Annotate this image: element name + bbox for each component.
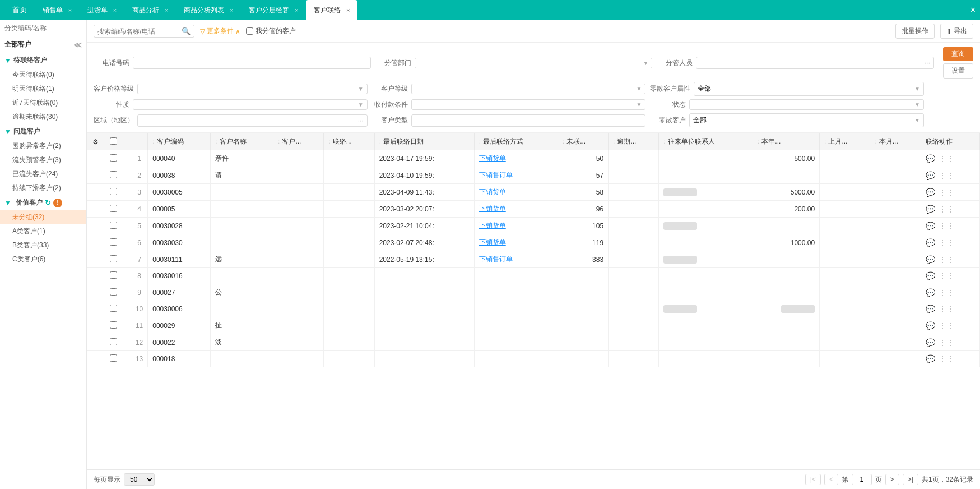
filter-status-select[interactable]: ▼	[689, 99, 924, 110]
th-settings[interactable]: ⚙	[87, 133, 105, 150]
more-icon[interactable]: ⋮⋮	[939, 222, 954, 230]
sidebar-item-abnormal[interactable]: 囤购异常客户(2)	[0, 139, 86, 153]
filter-nature-select[interactable]: ▼	[133, 99, 368, 110]
td-last-method[interactable]: 下销货单	[474, 218, 558, 234]
more-icon[interactable]: ⋮⋮	[939, 288, 954, 297]
collapse-icon[interactable]: ≪	[73, 40, 82, 49]
contact-icon[interactable]: 💬	[926, 288, 935, 297]
next-page-button[interactable]: >	[885, 474, 899, 485]
td-last-method[interactable]: 下销货单	[474, 150, 558, 167]
close-product-analysis-list-icon[interactable]: ×	[230, 7, 233, 13]
my-customers-checkbox[interactable]	[246, 27, 253, 35]
contact-icon[interactable]: 💬	[926, 255, 935, 264]
filter-retail-attr-select[interactable]: 全部 ▼	[694, 82, 924, 96]
all-customers-header[interactable]: 全部客户 ≪	[0, 36, 86, 53]
more-icon[interactable]: ⋮⋮	[939, 154, 954, 163]
sidebar-search-input[interactable]	[4, 24, 87, 32]
tab-purchase[interactable]: 进货单 ×	[80, 0, 124, 20]
more-icon[interactable]: ⋮⋮	[939, 354, 954, 363]
contact-icon[interactable]: 💬	[926, 205, 935, 214]
more-icon[interactable]: ⋮⋮	[939, 255, 954, 264]
sidebar-item-c-class[interactable]: C类客户(6)	[0, 252, 86, 266]
batch-ops-button[interactable]: 批量操作	[895, 24, 935, 39]
more-icon[interactable]: ⋮⋮	[939, 238, 954, 247]
sidebar-item-flow-warning[interactable]: 流失预警客户(3)	[0, 153, 86, 167]
sidebar-item-ungroup[interactable]: 未分组(32)	[0, 210, 86, 224]
td-last-method[interactable]: 下销货单	[474, 184, 558, 201]
more-icon[interactable]: ⋮⋮	[939, 271, 954, 280]
td-last-method[interactable]: 下销货单	[474, 234, 558, 251]
row-checkbox[interactable]	[110, 338, 117, 345]
contact-icon[interactable]: 💬	[926, 354, 935, 363]
th-overdue[interactable]: :逾期...	[609, 133, 659, 150]
td-last-method[interactable]: 下销售订单	[474, 167, 558, 184]
row-checkbox[interactable]	[110, 205, 117, 212]
first-page-button[interactable]: |<	[805, 474, 821, 485]
filter-payment-select[interactable]: ▼	[411, 99, 646, 110]
more-icon[interactable]: ⋮⋮	[939, 321, 954, 330]
sidebar-item-a-class[interactable]: A类客户(1)	[0, 224, 86, 238]
close-customer-contact-icon[interactable]: ×	[346, 7, 350, 13]
th-this-year[interactable]: :本年...	[753, 133, 819, 150]
select-all-checkbox[interactable]	[110, 137, 117, 145]
filter-price-select[interactable]: ▼	[137, 84, 368, 94]
filter-manager-select[interactable]: ···	[696, 57, 934, 69]
filter-cust-type-input[interactable]	[411, 114, 646, 127]
close-product-analysis-icon[interactable]: ×	[165, 7, 168, 13]
contact-icon[interactable]: 💬	[926, 305, 935, 313]
more-icon[interactable]: ⋮⋮	[939, 338, 954, 347]
export-button[interactable]: ⬆ 导出	[940, 24, 973, 39]
search-icon[interactable]: 🔍	[182, 27, 191, 35]
row-checkbox[interactable]	[110, 188, 117, 195]
contact-icon[interactable]: 💬	[926, 171, 935, 180]
refresh-icon[interactable]: ↻	[45, 199, 51, 207]
tab-product-analysis-list[interactable]: 商品分析列表 ×	[176, 0, 241, 20]
row-checkbox[interactable]	[110, 305, 117, 312]
tab-customer-contact[interactable]: 客户联络 ×	[306, 0, 357, 20]
contact-icon[interactable]: 💬	[926, 271, 935, 280]
row-checkbox[interactable]	[110, 288, 117, 296]
row-checkbox[interactable]	[110, 354, 117, 362]
tab-product-analysis[interactable]: 商品分析 ×	[124, 0, 176, 20]
row-checkbox[interactable]	[110, 222, 117, 229]
search-input[interactable]	[97, 27, 182, 35]
contact-icon[interactable]: 💬	[926, 154, 935, 163]
filter-phone-input[interactable]	[133, 57, 371, 69]
td-last-method[interactable]: 下销货单	[474, 201, 558, 218]
contact-icon[interactable]: 💬	[926, 338, 935, 347]
sidebar-group-value[interactable]: ▼ 价值客户 ↻ !	[0, 195, 86, 210]
more-icon[interactable]: ⋮⋮	[939, 171, 954, 180]
th-uncontacted[interactable]: :未联...	[558, 133, 608, 150]
page-input[interactable]	[852, 474, 872, 485]
page-size-select[interactable]: 50 100 200	[124, 473, 155, 486]
sidebar-item-declining[interactable]: 持续下滑客户(2)	[0, 181, 86, 195]
contact-icon[interactable]: 💬	[926, 188, 935, 197]
row-checkbox[interactable]	[110, 271, 117, 279]
th-last-date[interactable]: :最后联络日期	[374, 133, 474, 150]
th-code[interactable]: :客户编码	[148, 133, 211, 150]
filter-region-select[interactable]: ···	[137, 114, 368, 127]
filter-cust-level-select[interactable]: ▼	[411, 84, 646, 94]
row-checkbox[interactable]	[110, 154, 117, 162]
tab-sales[interactable]: 销售单 ×	[35, 0, 80, 20]
th-name[interactable]: :客户名称	[211, 133, 273, 150]
prev-page-button[interactable]: <	[824, 474, 838, 485]
more-icon[interactable]: ⋮⋮	[939, 188, 954, 197]
sidebar-group-pending[interactable]: ▼ 待联络客户	[0, 53, 86, 68]
tab-customer-segment[interactable]: 客户分层经客 ×	[241, 0, 306, 20]
sidebar-item-week[interactable]: 近7天待联络(0)	[0, 96, 86, 110]
reset-button[interactable]: 设置	[943, 63, 973, 79]
more-icon[interactable]: ⋮⋮	[939, 205, 954, 214]
th-contact[interactable]: :联络...	[324, 133, 374, 150]
sidebar-item-b-class[interactable]: B类客户(33)	[0, 238, 86, 252]
more-icon[interactable]: ⋮⋮	[939, 305, 954, 313]
query-button[interactable]: 查询	[943, 47, 973, 61]
close-all-button[interactable]: ×	[970, 5, 976, 15]
tab-home[interactable]: 首页	[4, 0, 35, 20]
sidebar-item-tomorrow[interactable]: 明天待联络(1)	[0, 82, 86, 96]
contact-icon[interactable]: 💬	[926, 321, 935, 330]
filter-retail-select[interactable]: 全部 ▼	[689, 113, 924, 127]
th-this-month[interactable]: :本月...	[870, 133, 921, 150]
th-last-method[interactable]: :最后联络方式	[474, 133, 558, 150]
my-customers-toggle[interactable]: 我分管的客户	[246, 26, 296, 36]
